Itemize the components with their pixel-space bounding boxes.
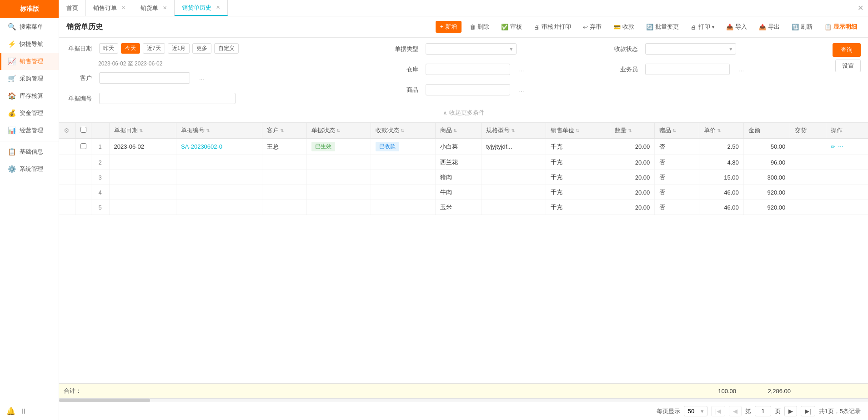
sidebar-item-operations[interactable]: 📊 经营管理 xyxy=(0,122,59,139)
date-yesterday[interactable]: 昨天 xyxy=(99,43,118,54)
row-goods: 小白菜 xyxy=(436,139,482,155)
table-scroll-thumb[interactable] xyxy=(59,399,150,402)
delete-button[interactable]: 🗑 删除 xyxy=(466,21,493,33)
th-spec[interactable]: 规格型号⇅ xyxy=(482,123,546,139)
th-gift[interactable]: 赠品⇅ xyxy=(655,123,699,139)
discard-button[interactable]: ↩ 弃审 xyxy=(579,21,605,33)
collect-button[interactable]: 💳 收款 xyxy=(610,21,638,33)
row-date xyxy=(109,155,176,170)
tab-sales-order-close[interactable]: ✕ xyxy=(121,5,125,11)
page-number-input[interactable] xyxy=(755,406,771,416)
salesperson-input[interactable] xyxy=(645,64,730,75)
tab-sales-history-close[interactable]: ✕ xyxy=(216,5,220,10)
table-scroll-bar[interactable] xyxy=(59,398,868,402)
page-last-button[interactable]: ▶| xyxy=(801,406,815,416)
paystatus-select[interactable] xyxy=(645,43,736,55)
sidebar-item-sys[interactable]: ⚙️ 系统管理 xyxy=(0,160,59,178)
row-checkbox-cell[interactable] xyxy=(75,155,91,170)
page-first-button[interactable]: |◀ xyxy=(711,406,725,416)
review-button[interactable]: ✅ 审核 xyxy=(497,21,526,33)
th-price[interactable]: 单价⇅ xyxy=(699,123,744,139)
page-prev-button[interactable]: ◀ xyxy=(729,406,742,416)
row-gear xyxy=(59,200,75,215)
sidebar-item-sales[interactable]: 📈 销售管理 xyxy=(0,53,59,70)
per-page-select[interactable]: 50 100 200 xyxy=(684,406,707,416)
tab-sales-goods[interactable]: 销货单 ✕ xyxy=(133,0,175,16)
notification-icon[interactable]: 🔔 xyxy=(6,407,15,415)
th-docno[interactable]: 单据编号⇅ xyxy=(176,123,262,139)
tab-sales-history[interactable]: 销货单历史 ✕ xyxy=(175,0,228,16)
warehouse-input[interactable] xyxy=(426,64,510,75)
th-docstatus[interactable]: 单据状态⇅ xyxy=(306,123,371,139)
row-docno[interactable] xyxy=(176,170,262,185)
review-print-button[interactable]: 🖨 审核并打印 xyxy=(530,21,575,33)
docno-input[interactable] xyxy=(99,93,236,104)
row-checkbox-cell[interactable] xyxy=(75,185,91,200)
sidebar-item-quick-nav[interactable]: ⚡ 快捷导航 xyxy=(0,35,59,53)
table-row: 5 玉米 千克 20.00 否 46.00 920.00 xyxy=(59,200,868,215)
table-row: 3 猪肉 千克 20.00 否 15.00 300.00 xyxy=(59,170,868,185)
print-button[interactable]: 🖨 打印 ▾ xyxy=(687,21,718,33)
date-custom[interactable]: 自定义 xyxy=(214,43,239,54)
page-next-button[interactable]: ▶ xyxy=(784,406,797,416)
sidebar-item-base-info[interactable]: 📋 基础信息 xyxy=(0,143,59,160)
refresh-button[interactable]: 🔃 刷新 xyxy=(788,21,816,33)
th-date[interactable]: 单据日期⇅ xyxy=(109,123,176,139)
row-docno[interactable] xyxy=(176,200,262,215)
row-date xyxy=(109,200,176,215)
salesperson-picker-icon[interactable]: ... xyxy=(737,66,746,73)
pause-icon[interactable]: ⏸ xyxy=(20,407,27,415)
page-title: 销货单历史 xyxy=(66,22,103,32)
type-select[interactable] xyxy=(426,43,517,55)
setting-button[interactable]: 设置 xyxy=(835,60,861,72)
goods-input[interactable] xyxy=(426,84,510,95)
more-action[interactable]: ⋯ xyxy=(838,144,843,150)
select-all-checkbox[interactable] xyxy=(80,127,86,133)
edit-action[interactable]: ✏ xyxy=(831,144,835,150)
tab-sales-goods-close[interactable]: ✕ xyxy=(163,5,167,11)
th-goods[interactable]: 商品⇅ xyxy=(436,123,482,139)
collapse-button[interactable]: ∧ 收起更多条件 xyxy=(443,109,485,117)
row-checkbox-cell[interactable] xyxy=(75,170,91,185)
goods-picker-icon[interactable]: ... xyxy=(517,86,526,93)
show-detail-button[interactable]: 📋 显示明细 xyxy=(821,21,861,33)
sidebar-item-finance[interactable]: 💰 资金管理 xyxy=(0,105,59,122)
date-7days[interactable]: 近7天 xyxy=(143,43,165,54)
row-qty: 20.00 xyxy=(610,170,655,185)
row-docno[interactable]: SA-20230602-0 xyxy=(176,139,262,155)
sidebar-item-search-menu[interactable]: 🔍 搜索菜单 xyxy=(0,18,59,35)
th-unit[interactable]: 销售单位⇅ xyxy=(546,123,610,139)
tab-sales-history-label: 销货单历史 xyxy=(182,4,211,12)
customer-input[interactable] xyxy=(99,72,190,84)
row-customer xyxy=(262,200,307,215)
th-customer[interactable]: 客户⇅ xyxy=(262,123,307,139)
sidebar-item-purchase[interactable]: 🛒 采购管理 xyxy=(0,70,59,87)
row-amount: 300.00 xyxy=(743,170,790,185)
warehouse-picker-icon[interactable]: ... xyxy=(517,66,526,73)
export-button[interactable]: 📤 导出 xyxy=(755,21,783,33)
import-button[interactable]: 📥 导入 xyxy=(722,21,751,33)
tab-home[interactable]: 首页 xyxy=(59,0,86,16)
row-checkbox-cell[interactable] xyxy=(75,200,91,215)
date-today[interactable]: 今天 xyxy=(121,43,140,54)
new-button[interactable]: + 新增 xyxy=(436,21,462,33)
th-paystatus[interactable]: 收款状态⇅ xyxy=(371,123,436,139)
row-docno[interactable] xyxy=(176,155,262,170)
row-delivery xyxy=(790,155,826,170)
sidebar-item-inventory[interactable]: 🏠 库存核算 xyxy=(0,87,59,105)
th-qty[interactable]: 数量⇅ xyxy=(610,123,655,139)
row-docno[interactable] xyxy=(176,185,262,200)
tab-sales-order[interactable]: 销售订单 ✕ xyxy=(86,0,133,16)
query-button[interactable]: 查询 xyxy=(833,43,861,57)
gear-icon[interactable]: ⚙ xyxy=(64,127,70,134)
date-1month[interactable]: 近1月 xyxy=(168,43,190,54)
batch-change-button[interactable]: 🔄 批量变更 xyxy=(642,21,682,33)
row-checkbox-cell[interactable] xyxy=(75,139,91,155)
row-checkbox[interactable] xyxy=(80,143,86,149)
customer-picker-icon[interactable]: ... xyxy=(197,75,206,81)
batch-change-icon: 🔄 xyxy=(646,24,653,30)
th-gear[interactable]: ⚙ xyxy=(59,123,75,139)
row-delivery xyxy=(790,185,826,200)
date-more[interactable]: 更多 xyxy=(192,43,211,54)
close-all-tabs-icon[interactable]: ✕ xyxy=(858,4,863,12)
